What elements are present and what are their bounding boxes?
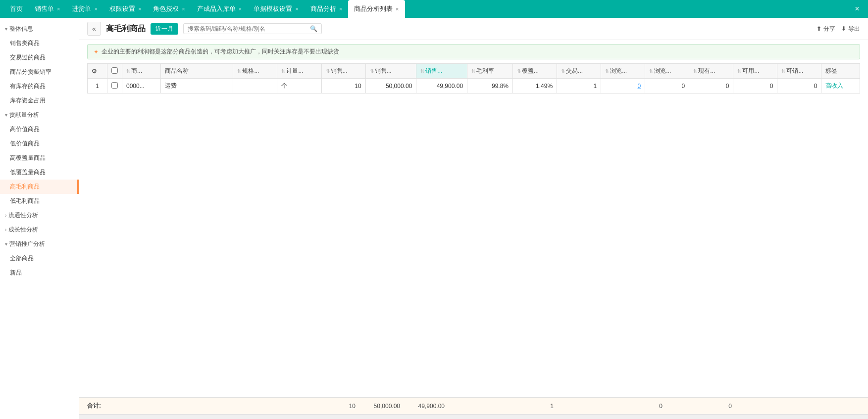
sidebar-item-all-goods[interactable]: 全部商品: [0, 251, 79, 266]
arrow-marketing: ▾: [5, 241, 7, 247]
sidebar-item-sales-goods[interactable]: 销售类商品: [0, 36, 79, 50]
row-code: 0000...: [122, 79, 161, 93]
top-nav: 首页 销售单 × 进货单 × 权限设置 × 角色授权 × 产成品入库单 × 单据…: [0, 0, 868, 18]
share-button[interactable]: ⬆ 分享: [817, 25, 835, 33]
sidebar-item-traded-goods[interactable]: 交易过的商品: [0, 50, 79, 65]
sidebar-item-contrib-rate[interactable]: 商品分贡献销率: [0, 65, 79, 79]
col-name[interactable]: 商品名称: [161, 64, 233, 79]
row-sellable: 0: [777, 79, 821, 93]
export-button[interactable]: ⬇ 导出: [841, 25, 860, 33]
row-sales-profit: 49,900.00: [416, 79, 467, 93]
row-current-stock: 0: [689, 79, 733, 93]
sidebar-group-marketing[interactable]: ▾ 营销推广分析: [0, 237, 79, 251]
col-sales-qty[interactable]: ⇅销售...: [321, 64, 365, 79]
sidebar-item-high-margin[interactable]: 高毛利商品: [0, 180, 79, 194]
row-transactions: 1: [557, 79, 601, 93]
footer-total-row: 合计: 10 50,000.00 49,900.00 1 0 0: [79, 397, 868, 414]
sidebar-group-liquidity-label: 流通性分析: [8, 211, 38, 220]
footer-sales-qty: 10: [325, 403, 359, 410]
nav-permission-settings[interactable]: 权限设置 ×: [103, 0, 147, 18]
nav-home[interactable]: 首页: [4, 0, 29, 18]
col-sales-amount[interactable]: ⇅销售...: [365, 64, 416, 79]
close-product-inbound[interactable]: ×: [239, 6, 242, 12]
nav-product-analysis-list[interactable]: 商品分析列表 ×: [348, 0, 405, 18]
row-unit: 个: [277, 79, 321, 93]
close-template-settings[interactable]: ×: [295, 6, 298, 12]
select-all-checkbox[interactable]: [111, 67, 118, 74]
col-code[interactable]: ⇅商...: [122, 64, 161, 79]
nav-purchase-order[interactable]: 进货单 ×: [66, 0, 103, 18]
col-views1[interactable]: ⇅浏览...: [601, 64, 645, 79]
search-box: 🔍: [183, 23, 322, 34]
row-sales-qty: 10: [321, 79, 365, 93]
search-input[interactable]: [188, 25, 308, 32]
sidebar-group-liquidity[interactable]: › 流通性分析: [0, 208, 79, 223]
close-product-analysis[interactable]: ×: [339, 6, 342, 12]
sidebar-item-high-coverage[interactable]: 高覆盖量商品: [0, 151, 79, 165]
close-purchase-order[interactable]: ×: [94, 6, 97, 12]
arrow-contribution: ▾: [5, 112, 7, 118]
sidebar-item-low-coverage[interactable]: 低覆盖量商品: [0, 165, 79, 180]
col-unit[interactable]: ⇅计量...: [277, 64, 321, 79]
row-available: 0: [733, 79, 777, 93]
col-current-stock[interactable]: ⇅现有...: [689, 64, 733, 79]
sidebar-group-growth[interactable]: › 成长性分析: [0, 223, 79, 237]
row-checkbox[interactable]: [107, 79, 122, 93]
row-num: 1: [88, 79, 107, 93]
horizontal-scrollbar[interactable]: [79, 414, 868, 419]
footer-transactions: 1: [518, 403, 558, 410]
row-tag: 高收入: [821, 79, 860, 93]
sidebar-group-marketing-label: 营销推广分析: [9, 240, 45, 248]
close-sales-order[interactable]: ×: [57, 6, 60, 12]
sidebar-group-contribution[interactable]: ▾ 贡献量分析: [0, 108, 79, 122]
notice-text: 企业的主要的利润都是这部分商品创造的，可考虑加大推广，同时关注库存是不要出现缺货: [102, 47, 339, 56]
arrow-liquidity: ›: [5, 213, 6, 218]
col-checkbox[interactable]: [107, 64, 122, 79]
col-spec[interactable]: ⇅规格...: [233, 64, 277, 79]
search-icon[interactable]: 🔍: [310, 25, 317, 32]
close-product-analysis-list[interactable]: ×: [396, 6, 399, 12]
sidebar-collapse-button[interactable]: «: [87, 22, 101, 36]
col-gross-rate[interactable]: ⇅毛利率: [467, 64, 513, 79]
sidebar-group-overall-label: 整体信息: [9, 25, 33, 33]
sidebar-item-stock-capital[interactable]: 库存资金占用: [0, 93, 79, 108]
nav-template-settings[interactable]: 单据模板设置 ×: [248, 0, 304, 18]
col-settings[interactable]: ⚙: [88, 64, 107, 79]
sidebar-group-overall[interactable]: ▾ 整体信息: [0, 22, 79, 36]
sidebar-group-growth-label: 成长性分析: [8, 226, 38, 234]
data-table: ⚙ ⇅商... 商品名称 ⇅规格...: [87, 63, 860, 93]
col-sales-profit[interactable]: ⇅销售...: [416, 64, 467, 79]
sidebar-item-high-value[interactable]: 高价值商品: [0, 122, 79, 137]
nav-role-auth[interactable]: 角色授权 ×: [147, 0, 191, 18]
col-views2[interactable]: ⇅浏览...: [645, 64, 689, 79]
col-tag[interactable]: 标签: [821, 64, 860, 79]
nav-sales-order[interactable]: 销售单 ×: [29, 0, 66, 18]
nav-product-inbound[interactable]: 产成品入库单 ×: [191, 0, 248, 18]
col-transactions[interactable]: ⇅交易...: [557, 64, 601, 79]
share-icon: ⬆: [817, 25, 821, 32]
footer-current-stock: 0: [627, 403, 666, 410]
row-views1[interactable]: 0: [601, 79, 645, 93]
sidebar-item-low-margin[interactable]: 低毛利商品: [0, 194, 79, 208]
footer-label: 合计:: [87, 402, 152, 410]
row-views2: 0: [645, 79, 689, 93]
row-spec: [233, 79, 277, 93]
notice-bar: ✦ 企业的主要的利润都是这部分商品创造的，可考虑加大推广，同时关注库存是不要出现…: [87, 44, 860, 59]
close-all-tabs[interactable]: ×: [850, 2, 864, 16]
row-select-checkbox[interactable]: [111, 82, 118, 89]
sidebar-item-new-goods[interactable]: 新品: [0, 266, 79, 280]
notice-icon: ✦: [94, 48, 99, 55]
close-role-auth[interactable]: ×: [182, 6, 185, 12]
nav-product-analysis[interactable]: 商品分析 ×: [305, 0, 348, 18]
content-header: « 高毛利商品 近一月 🔍 ⬆ 分享 ⬇ 导出: [79, 18, 868, 40]
row-coverage: 1.49%: [513, 79, 557, 93]
col-sellable[interactable]: ⇅可销...: [777, 64, 821, 79]
arrow-overall: ▾: [5, 26, 7, 32]
col-available[interactable]: ⇅可用...: [733, 64, 777, 79]
col-coverage[interactable]: ⇅覆盖...: [513, 64, 557, 79]
sidebar-item-low-value[interactable]: 低价值商品: [0, 137, 79, 151]
date-filter-button[interactable]: 近一月: [151, 23, 178, 35]
close-permission-settings[interactable]: ×: [138, 6, 141, 12]
sidebar-group-contribution-label: 贡献量分析: [9, 111, 39, 119]
sidebar-item-in-stock[interactable]: 有库存的商品: [0, 79, 79, 93]
